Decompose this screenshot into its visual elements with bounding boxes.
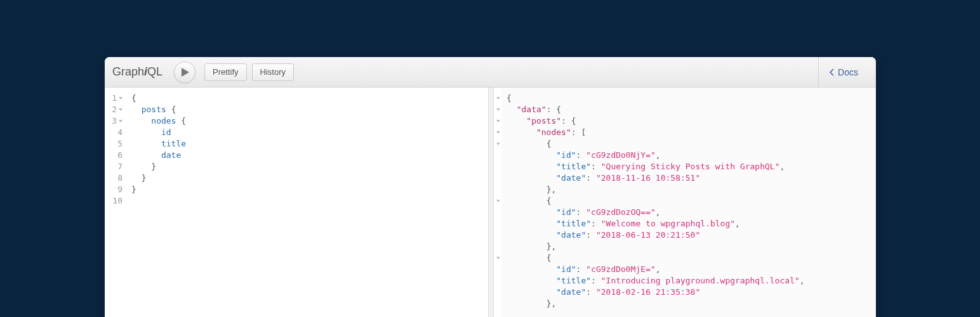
history-button[interactable]: History (252, 63, 294, 81)
val-date: "2018-11-16 10:58:51" (596, 173, 700, 183)
brace: } (131, 184, 136, 194)
brace: { (171, 105, 176, 114)
fold-icon[interactable] (496, 120, 500, 122)
query-gutter: 1 2 3 4 5 6 7 8 9 10 (105, 87, 126, 317)
field-date: date (161, 150, 181, 160)
key-posts: "posts" (526, 116, 561, 126)
key-title: "title" (556, 162, 591, 171)
val-title: "Querying Sticky Posts with GraphQL" (601, 162, 780, 171)
val-date: "2018-02-16 21:35:38" (596, 287, 700, 297)
key-date: "date" (556, 230, 586, 240)
brace: { (131, 93, 136, 103)
brace: { (181, 116, 186, 126)
val-id: "cG9zdDo0NjY=" (586, 150, 656, 160)
fold-icon[interactable] (496, 257, 500, 259)
line-number: 4 (117, 127, 122, 138)
fold-icon[interactable] (119, 97, 122, 100)
logo-suffix: QL (147, 65, 162, 78)
brace: } (151, 162, 156, 171)
val-title: "Welcome to wpgraphql.blog" (601, 219, 735, 228)
line-number: 10 (112, 195, 122, 207)
fold-icon[interactable] (119, 108, 122, 111)
graphiql-window: GraphiQL Prettify History Docs 1 2 3 4 5… (105, 57, 876, 317)
val-title: "Introducing playground.wpgraphql.local" (601, 276, 800, 285)
key-id: "id" (556, 264, 576, 274)
editor-area: 1 2 3 4 5 6 7 8 9 10 { posts { nodes { i… (105, 87, 876, 317)
field-posts: posts (142, 105, 166, 114)
fold-icon[interactable] (496, 143, 500, 145)
execute-button[interactable] (174, 61, 195, 83)
prettify-button[interactable]: Prettify (204, 63, 246, 81)
query-editor[interactable]: 1 2 3 4 5 6 7 8 9 10 { posts { nodes { i… (105, 87, 489, 317)
docs-button[interactable]: Docs (818, 57, 868, 87)
result-viewer: { "data": { "posts": { "nodes": [ { "id"… (494, 87, 876, 317)
line-number: 1 (112, 93, 117, 104)
toolbar: GraphiQL Prettify History Docs (105, 57, 876, 87)
line-number: 7 (117, 161, 122, 172)
result-code[interactable]: { "data": { "posts": { "nodes": [ { "id"… (501, 87, 876, 317)
key-nodes: "nodes" (536, 127, 571, 137)
fold-icon[interactable] (119, 120, 122, 122)
fold-icon[interactable] (496, 108, 500, 111)
logo-prefix: Graph (112, 65, 144, 78)
field-id: id (161, 127, 171, 137)
line-number: 5 (117, 138, 122, 150)
fold-icon[interactable] (496, 131, 500, 134)
key-id: "id" (556, 150, 576, 160)
key-id: "id" (556, 207, 576, 217)
line-number: 3 (112, 115, 117, 127)
val-id: "cG9zdDo0MjE=" (586, 264, 656, 274)
graphiql-logo: GraphiQL (112, 65, 162, 79)
key-data: "data" (517, 105, 546, 114)
brace: } (142, 173, 147, 183)
field-nodes: nodes (151, 116, 176, 126)
key-date: "date" (556, 173, 586, 183)
key-title: "title" (556, 219, 591, 228)
val-date: "2018-06-13 20:21:50" (596, 230, 700, 240)
val-id: "cG9zdDozOQ==" (586, 207, 656, 217)
result-gutter (494, 87, 501, 317)
key-title: "title" (556, 276, 591, 285)
query-code[interactable]: { posts { nodes { id title date } } } (126, 87, 488, 317)
line-number: 6 (117, 150, 122, 161)
fold-icon[interactable] (496, 97, 500, 100)
key-date: "date" (556, 287, 586, 297)
field-title: title (161, 139, 186, 148)
chevron-left-icon (829, 68, 834, 76)
line-number: 2 (112, 104, 117, 115)
line-number: 9 (117, 184, 122, 195)
play-icon (182, 68, 189, 77)
pane-resize-handle[interactable] (489, 87, 494, 317)
fold-icon[interactable] (496, 200, 500, 202)
docs-label: Docs (838, 67, 858, 77)
line-number: 8 (117, 172, 122, 184)
